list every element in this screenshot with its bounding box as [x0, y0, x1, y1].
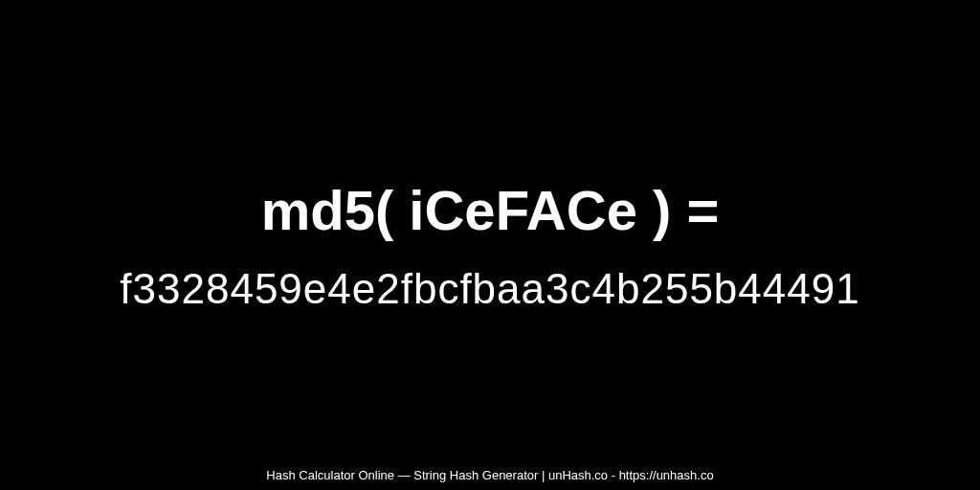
hash-result: f3328459e4e2fbcfbaa3c4b255b44491	[120, 265, 859, 313]
footer-text: Hash Calculator Online — String Hash Gen…	[0, 468, 980, 482]
main-content: md5( iCeFACe ) = f3328459e4e2fbcfbaa3c4b…	[0, 0, 980, 490]
hash-expression: md5( iCeFACe ) =	[261, 178, 720, 242]
